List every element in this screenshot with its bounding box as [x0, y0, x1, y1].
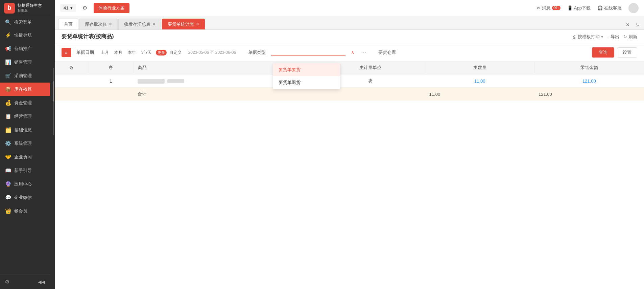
export-button[interactable]: ↓ 导出 — [607, 34, 620, 40]
inventory-icon: 📦 — [5, 86, 11, 93]
this-year-btn[interactable]: 本年 — [126, 49, 137, 56]
footer-qty-cell: 11.00 — [425, 88, 534, 101]
sidebar-item-marketing[interactable]: 📢 营销推广 — [0, 42, 50, 55]
footer-total-label: 合计 — [134, 88, 316, 101]
dropdown-item-return[interactable]: 要货单退货 — [273, 76, 340, 89]
sidebar-item-basic[interactable]: 🗂️ 基础信息 — [0, 123, 50, 137]
qty-link[interactable]: 11.00 — [474, 79, 485, 84]
tab-close-icon[interactable]: ✕ — [196, 22, 199, 26]
topbar-right: ✉ 消息 99+ 📱 App下载 🎧 在线客服 — [537, 3, 639, 13]
sidebar-item-app-center[interactable]: 🔮 应用中心 — [0, 177, 50, 191]
row-qty-cell: 11.00 — [425, 74, 534, 88]
date-shortcuts: 上月 本月 本年 近7天 更多 自定义 — [99, 49, 182, 56]
sidebar-menu: ⚡ 快捷导航 📢 营销推广 📊 销售管理 🛒 采购管理 📦 库存核算 💰 — [0, 28, 50, 274]
warehouse-filter-label: 要货仓库 — [378, 49, 396, 55]
tab-receive-summary-label: 收发存汇总表 — [124, 21, 150, 27]
amount-link[interactable]: 121.00 — [582, 79, 596, 84]
dropdown-item-requisition[interactable]: 要货单要货 — [273, 63, 340, 76]
refresh-button[interactable]: ↻ 刷新 — [623, 34, 637, 40]
sales-icon: 📊 — [5, 59, 11, 66]
sidebar-item-inventory[interactable]: 📦 库存核算 — [0, 83, 50, 96]
wechat-icon: 💬 — [5, 194, 11, 201]
notification-badge: 99+ — [552, 6, 560, 10]
sidebar: b 畅捷通好生意 标准版 🔍 搜索菜单 ⚡ 快捷导航 📢 营销推广 📊 销售管理 — [0, 0, 50, 289]
settings-gear-icon[interactable]: ⚙ — [80, 3, 90, 13]
sidebar-item-label: 资金管理 — [14, 100, 32, 106]
sidebar-search[interactable]: 🔍 搜索菜单 — [0, 16, 50, 28]
more-filter-icon[interactable]: ··· — [361, 49, 366, 56]
guide-icon: 📖 — [5, 167, 11, 174]
tab-receive-summary[interactable]: 收发存汇总表 ✕ — [118, 19, 161, 29]
industry-button[interactable]: 体验行业方案 — [94, 3, 129, 13]
footer-amount-cell: 121.00 — [534, 88, 644, 101]
message-icon: ✉ — [537, 5, 541, 10]
sidebar-collapse-icon[interactable]: ◀◀ — [38, 279, 45, 285]
tab-close-icon[interactable]: ✕ — [109, 22, 112, 26]
tab-batch-account-label: 库存批次账 — [85, 21, 107, 27]
online-service-icon[interactable]: 🎧 在线客服 — [597, 5, 622, 11]
app-center-icon: 🔮 — [5, 181, 11, 187]
sidebar-item-label: 新手引导 — [14, 168, 32, 174]
type-filter-input[interactable] — [271, 49, 345, 56]
user-avatar[interactable] — [628, 3, 639, 13]
last-7days-btn[interactable]: 近7天 — [140, 49, 153, 56]
basic-icon: 🗂️ — [5, 127, 11, 133]
query-button[interactable]: 查询 — [592, 47, 614, 58]
tab-batch-account[interactable]: 库存批次账 ✕ — [79, 19, 118, 29]
sidebar-item-wechat[interactable]: 💬 企业微信 — [0, 191, 50, 204]
sidebar-item-sales[interactable]: 📊 销售管理 — [0, 55, 50, 69]
sidebar-item-enterprise[interactable]: 🤝 企业协同 — [0, 150, 50, 164]
footer-empty-1 — [55, 88, 88, 101]
tab-close-icon[interactable]: ✕ — [152, 22, 156, 26]
logo-icon: b — [4, 3, 15, 14]
table-header-row: ⚙ 序 商品 主计量单位 主数量 零售金额 — [55, 61, 644, 74]
sidebar-item-label: 畅会员 — [14, 208, 27, 214]
export-icon: ↓ — [607, 34, 610, 39]
this-month-btn[interactable]: 本月 — [113, 49, 124, 56]
custom-date-btn[interactable]: 自定义 — [169, 50, 182, 55]
filter-settings-button[interactable]: 设置 — [617, 47, 637, 58]
notification-icon[interactable]: ✉ 消息 99+ — [537, 5, 560, 11]
type-dropdown-arrow-icon[interactable]: ∧ — [351, 50, 354, 55]
scrollbar-thumb[interactable] — [53, 81, 54, 102]
sidebar-item-operation[interactable]: 📋 经营管理 — [0, 110, 50, 123]
page-header: 要货单统计表(按商品) 🖨 按模板打印 ▾ ↓ 导出 ↻ 刷新 — [55, 30, 644, 44]
notification-label: 消息 — [542, 5, 551, 11]
product-name-placeholder — [138, 79, 165, 84]
sidebar-item-system[interactable]: ⚙️ 系统管理 — [0, 137, 50, 150]
table-footer-row: 合计 11.00 121.00 — [55, 88, 644, 101]
sidebar-settings-icon[interactable]: ⚙ — [5, 279, 9, 285]
tab-home[interactable]: 首页 — [58, 19, 78, 29]
close-window-button[interactable]: ✕ — [624, 21, 631, 28]
tab-requisition-label: 要货单统计表 — [168, 21, 194, 27]
sidebar-item-finance[interactable]: 💰 资金管理 — [0, 96, 50, 110]
filter-area: » 单据日期 上月 本月 本年 近7天 更多 自定义 2023-05-06 至 … — [55, 44, 644, 61]
sidebar-item-quick-nav[interactable]: ⚡ 快捷导航 — [0, 28, 50, 42]
sidebar-item-member[interactable]: 👑 畅会员 — [0, 204, 50, 218]
operation-icon: 📋 — [5, 113, 11, 120]
tab-requisition-summary[interactable]: 要货单统计表 ✕ — [162, 19, 205, 29]
brand-name: 畅捷通好生意 — [18, 3, 42, 8]
store-selector[interactable]: 41 ▾ — [60, 4, 76, 12]
last-month-btn[interactable]: 上月 — [99, 49, 110, 56]
store-name: 41 — [64, 5, 68, 10]
sidebar-item-label: 经营管理 — [14, 113, 32, 119]
footer-empty-2 — [88, 88, 134, 101]
print-button[interactable]: 🖨 按模板打印 ▾ — [572, 34, 603, 40]
expand-window-button[interactable]: ⤡ — [634, 21, 641, 28]
sidebar-item-purchase[interactable]: 🛒 采购管理 — [0, 69, 50, 83]
sidebar-item-guide[interactable]: 📖 新手引导 — [0, 164, 50, 177]
sidebar-item-label: 销售管理 — [14, 59, 32, 65]
enterprise-icon: 🤝 — [5, 154, 11, 160]
sidebar-item-label: 应用中心 — [14, 181, 32, 187]
more-dates-badge[interactable]: 更多 — [156, 50, 167, 55]
footer-unit-cell — [316, 88, 425, 101]
expand-icon: » — [65, 50, 68, 55]
col-header-settings[interactable]: ⚙ — [55, 61, 88, 74]
filter-expand-button[interactable]: » — [62, 48, 71, 57]
purchase-icon: 🛒 — [5, 72, 11, 79]
sidebar-item-label: 企业协同 — [14, 154, 32, 160]
row-num-cell: 1 — [88, 74, 134, 88]
refresh-icon: ↻ — [623, 34, 627, 39]
app-download-icon[interactable]: 📱 App下载 — [567, 5, 591, 11]
